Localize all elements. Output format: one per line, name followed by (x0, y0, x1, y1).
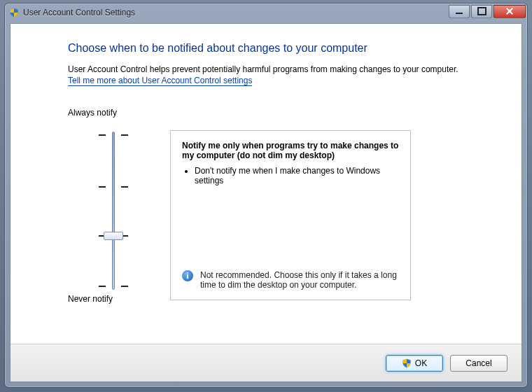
slider-tick (99, 186, 128, 188)
slider-thumb[interactable] (104, 232, 123, 240)
recommendation-text: Not recommended. Choose this only if it … (200, 270, 400, 290)
cancel-button[interactable]: Cancel (450, 355, 507, 372)
ok-button-label: OK (415, 358, 427, 368)
slider-tick (99, 286, 128, 287)
maximize-button[interactable] (471, 5, 492, 18)
uac-shield-icon (402, 358, 412, 368)
level-bullets: Don't notify me when I make changes to W… (195, 166, 399, 186)
page-heading: Choose when to be notified about changes… (68, 42, 464, 55)
minimize-button[interactable] (449, 5, 470, 18)
info-icon: i (182, 270, 193, 281)
intro-text: User Account Control helps prevent poten… (68, 64, 503, 74)
help-link[interactable]: Tell me more about User Account Control … (68, 76, 252, 86)
content-area: Choose when to be notified about changes… (10, 24, 522, 342)
cancel-button-label: Cancel (465, 358, 491, 368)
close-button[interactable] (493, 5, 526, 18)
slider-label-max: Always notify (68, 108, 159, 118)
window-controls (449, 5, 526, 18)
slider-label-min: Never notify (68, 294, 159, 304)
uac-settings-window: User Account Control Settings Choose whe… (4, 3, 528, 388)
slider-tick (99, 134, 128, 136)
uac-shield-icon (9, 8, 19, 18)
titlebar[interactable]: User Account Control Settings (5, 4, 527, 22)
ok-button[interactable]: OK (386, 355, 443, 372)
dialog-footer: OK Cancel (10, 344, 522, 382)
level-recommendation: i Not recommended. Choose this only if i… (182, 270, 400, 290)
level-description-box: Notify me only when programs try to make… (170, 130, 411, 300)
level-bullet: Don't notify me when I make changes to W… (195, 166, 399, 186)
window-title-text: User Account Control Settings (23, 8, 135, 18)
level-title: Notify me only when programs try to make… (182, 141, 399, 160)
client-area: Choose when to be notified about changes… (10, 23, 522, 382)
window-title: User Account Control Settings (9, 8, 449, 18)
slider-groove (112, 132, 115, 290)
slider-track[interactable] (99, 130, 128, 291)
notification-slider: Always notify Never notify (68, 108, 159, 304)
